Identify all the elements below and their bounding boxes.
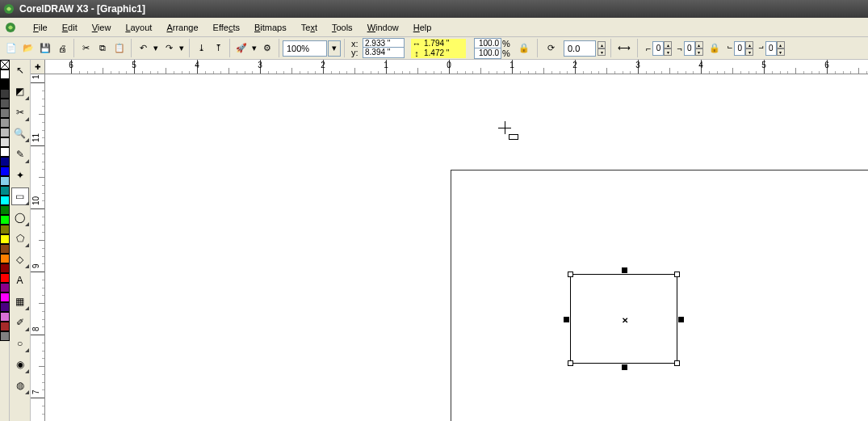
color-swatch-9[interactable]	[0, 157, 10, 166]
menu-file[interactable]: File	[26, 20, 55, 35]
tool-basic[interactable]: ◇	[11, 250, 29, 268]
menu-layout[interactable]: Layout	[118, 20, 159, 35]
tool-eyedrop[interactable]: ✐	[11, 314, 29, 331]
options-button[interactable]: ⚙	[259, 40, 275, 57]
color-swatch-8[interactable]	[0, 147, 10, 157]
redo-button[interactable]: ↷	[161, 40, 177, 57]
color-swatch-6[interactable]	[0, 128, 10, 137]
corner-tr[interactable]: ⌐ 0 ▴▾	[677, 40, 702, 57]
import-button[interactable]: ⤓	[193, 40, 209, 57]
menu-effects[interactable]: Effects	[206, 20, 247, 35]
tool-zoom[interactable]: 🔍	[11, 124, 29, 142]
color-swatch-25[interactable]	[0, 312, 10, 322]
color-swatch-14[interactable]	[0, 205, 10, 215]
color-swatch-23[interactable]	[0, 293, 10, 302]
handle-mr[interactable]	[678, 317, 684, 322]
selected-rectangle[interactable]: ✕	[570, 274, 677, 364]
rotation-spinner[interactable]: ▴▾	[598, 41, 606, 56]
drawing-canvas[interactable]: ✕	[45, 74, 868, 421]
zoom-level-field[interactable]: 100%	[283, 40, 327, 57]
undo-button[interactable]: ↶	[135, 40, 151, 57]
corner-br-value[interactable]: 0	[765, 41, 777, 56]
width-value[interactable]: 1.794 "	[422, 39, 466, 48]
corner-bl-value[interactable]: 0	[734, 41, 745, 56]
tool-interactive[interactable]: ▦	[11, 293, 29, 310]
tool-smartfill[interactable]: ◍	[11, 377, 29, 394]
print-button[interactable]: 🖨	[54, 40, 70, 57]
color-swatch-26[interactable]	[0, 322, 10, 331]
object-center[interactable]: ✕	[622, 316, 628, 325]
color-swatch-7[interactable]	[0, 137, 10, 147]
color-swatch-24[interactable]	[0, 302, 10, 312]
horizontal-ruler[interactable]: 65432101234567	[45, 60, 868, 74]
color-swatch-20[interactable]	[0, 263, 10, 273]
corner-tr-value[interactable]: 0	[684, 41, 695, 56]
menu-arrange[interactable]: Arrange	[159, 20, 205, 35]
color-swatch-3[interactable]	[0, 99, 10, 108]
menu-text[interactable]: Text	[294, 20, 325, 35]
y-value[interactable]: 8.394 "	[363, 47, 405, 58]
color-swatch-12[interactable]	[0, 186, 10, 196]
menu-bitmaps[interactable]: Bitmaps	[247, 20, 294, 35]
menu-view[interactable]: View	[85, 20, 119, 35]
app-launcher-button[interactable]: 🚀	[233, 40, 249, 57]
cut-button[interactable]: ✂	[78, 40, 94, 57]
color-swatch-17[interactable]	[0, 234, 10, 244]
handle-tr[interactable]	[674, 272, 680, 277]
handle-bl[interactable]	[568, 360, 573, 366]
export-button[interactable]: ⤒	[210, 40, 226, 57]
color-swatch-11[interactable]	[0, 176, 10, 186]
tool-fill[interactable]: ◉	[11, 356, 29, 373]
tool-freehand[interactable]: ✎	[11, 145, 29, 163]
copy-button[interactable]: ⧉	[94, 40, 111, 57]
lock-ratio-button[interactable]: 🔒	[516, 40, 532, 57]
tool-pick[interactable]: ↖	[11, 61, 29, 79]
color-swatch-19[interactable]	[0, 254, 10, 263]
color-swatch-18[interactable]	[0, 244, 10, 254]
color-swatch-16[interactable]	[0, 225, 10, 234]
tool-smart[interactable]: ✦	[11, 166, 29, 184]
menu-window[interactable]: Window	[360, 20, 406, 35]
handle-tl[interactable]	[568, 272, 573, 277]
color-swatch-2[interactable]	[0, 89, 10, 99]
new-button[interactable]: 📄	[3, 40, 19, 57]
corner-bl[interactable]: ⌐ 0 ▴▾	[728, 40, 753, 57]
vertical-ruler[interactable]: 1211109876	[31, 74, 45, 421]
color-swatch-27[interactable]	[0, 331, 10, 341]
menu-edit[interactable]: Edit	[55, 20, 85, 35]
corner-tl[interactable]: ⌐ 0 ▴▾	[646, 40, 672, 57]
color-swatch-4[interactable]	[0, 108, 10, 118]
color-swatch-1[interactable]	[0, 79, 10, 89]
undo-dropdown[interactable]: ▾	[152, 40, 160, 57]
launcher-dropdown[interactable]: ▾	[250, 40, 258, 57]
handle-bm[interactable]	[622, 364, 627, 370]
tool-crop[interactable]: ✂	[11, 103, 29, 121]
rotation-angle-field[interactable]: 0.0	[564, 40, 596, 57]
tool-polygon[interactable]: ⬠	[11, 229, 29, 247]
color-swatch-13[interactable]	[0, 196, 10, 205]
tool-rectangle[interactable]: ▭	[11, 187, 29, 205]
tool-ellipse[interactable]: ◯	[11, 208, 29, 226]
height-value[interactable]: 1.472 "	[422, 48, 466, 58]
save-button[interactable]: 💾	[37, 40, 53, 57]
menu-help[interactable]: Help	[406, 20, 439, 35]
redo-dropdown[interactable]: ▾	[178, 40, 186, 57]
handle-tm[interactable]	[622, 267, 627, 273]
tool-outline[interactable]: ○	[11, 335, 29, 352]
handle-ml[interactable]	[564, 317, 569, 322]
corner-br[interactable]: ⌐ 0 ▴▾	[758, 40, 784, 57]
ruler-corner[interactable]: ✚	[31, 60, 45, 74]
color-swatch-5[interactable]	[0, 118, 10, 128]
color-swatch-22[interactable]	[0, 283, 10, 293]
color-swatch-21[interactable]	[0, 273, 10, 283]
color-swatch-10[interactable]	[0, 166, 10, 176]
round-corners-lock-button[interactable]: 🔒	[707, 40, 723, 57]
handle-br[interactable]	[674, 360, 680, 366]
color-palette[interactable]	[0, 60, 10, 421]
tool-shape[interactable]: ◩	[11, 82, 29, 100]
menu-tools[interactable]: Tools	[325, 20, 360, 35]
open-button[interactable]: 📂	[20, 40, 36, 57]
color-swatch-0[interactable]	[0, 69, 10, 79]
scale-y-value[interactable]: 100.0	[474, 48, 501, 59]
zoom-dropdown[interactable]: ▾	[328, 40, 341, 57]
